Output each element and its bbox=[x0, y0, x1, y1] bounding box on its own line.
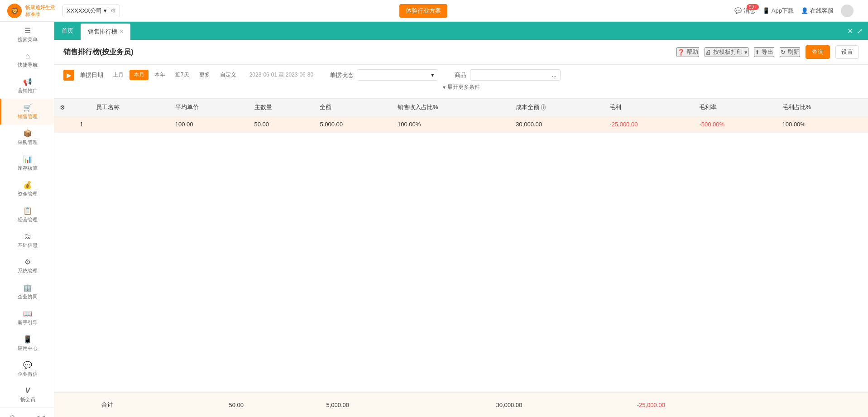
expand-icon: ▾ bbox=[443, 84, 446, 91]
chevron-down-icon: ▾ bbox=[104, 7, 107, 14]
tab-right-actions: ✕ ⤢ bbox=[847, 27, 868, 35]
table-scroll[interactable]: ⚙ 员工名称 平均单价 主数量 全额 销售收入占比% 成本全额 i 毛利 bbox=[54, 99, 868, 392]
th-sales-pct: 销售收入占比% bbox=[392, 99, 510, 116]
tab-home[interactable]: 首页 bbox=[54, 22, 81, 40]
help-button[interactable]: ❓ 帮助 bbox=[676, 47, 699, 57]
online-service-button[interactable]: 👤 在线客服 bbox=[801, 7, 834, 15]
maximize-icon[interactable]: ⤢ bbox=[857, 27, 863, 35]
filter-row: ▶ 单据日期 上月 本月 本年 近7天 更多 自定义 2023-06-01 至 … bbox=[63, 69, 859, 81]
tab-home-label: 首页 bbox=[62, 27, 73, 35]
query-button[interactable]: 查询 bbox=[806, 45, 830, 59]
export-button[interactable]: ⬆ 导出 bbox=[754, 47, 774, 57]
date-btn-custom[interactable]: 自定义 bbox=[216, 70, 240, 80]
sidebar-item-app-center[interactable]: 📱 应用中心 bbox=[0, 331, 54, 356]
message-badge: 99+ bbox=[747, 4, 759, 10]
goods-select[interactable]: ... bbox=[470, 69, 561, 81]
th-cost: 成本全额 i bbox=[510, 99, 604, 116]
row-gross-rate: -500.00% bbox=[694, 116, 777, 133]
sidebar-item-label: 营销推广 bbox=[18, 87, 38, 94]
avatar[interactable] bbox=[841, 5, 854, 17]
date-btn-this-month[interactable]: 本月 bbox=[129, 70, 149, 80]
th-gear[interactable]: ⚙ bbox=[54, 99, 72, 116]
sidebar-item-operations[interactable]: 📋 经营管理 bbox=[0, 202, 54, 228]
status-select[interactable]: ▾ bbox=[357, 69, 438, 81]
cost-info-icon[interactable]: i bbox=[541, 104, 546, 110]
sidebar-item-label: 基础信息 bbox=[18, 242, 38, 249]
collapse-icon[interactable]: ◀◀ bbox=[32, 412, 47, 417]
print-button[interactable]: 🖨 按模板打印 ▾ bbox=[705, 47, 748, 57]
guide-icon: 📖 bbox=[23, 309, 32, 318]
sidebar-item-purchase[interactable]: 📦 采购管理 bbox=[0, 125, 54, 150]
finance-icon: 💰 bbox=[23, 181, 32, 189]
app-download-button[interactable]: 📱 App下载 bbox=[762, 7, 794, 15]
date-btn-more[interactable]: 更多 bbox=[195, 70, 214, 80]
top-bar-actions: 💬 消息 99+ 📱 App下载 👤 在线客服 bbox=[734, 5, 861, 17]
sidebar-item-basic-info[interactable]: 🗂 基础信息 bbox=[0, 228, 54, 253]
sidebar-item-system[interactable]: ⚙ 系统管理 bbox=[0, 253, 54, 279]
sidebar-item-vip[interactable]: V 畅会员 bbox=[0, 382, 54, 407]
sidebar-item-wechat[interactable]: 💬 企业微信 bbox=[0, 356, 54, 382]
minimize-icon[interactable]: ✕ bbox=[847, 27, 853, 35]
enterprise-icon: 🏢 bbox=[23, 283, 32, 292]
row-avg-price: 100.00 bbox=[170, 116, 249, 133]
date-btn-7days[interactable]: 近7天 bbox=[171, 70, 193, 80]
row-cost: 30,000.00 bbox=[510, 116, 604, 133]
main-area: ☰ 搜索菜单 ⌂ 快捷导航 📢 营销推广 🛒 销售管理 📦 采购管理 📊 库 bbox=[0, 22, 868, 417]
footer-rank bbox=[78, 397, 96, 412]
filter-bar: ▶ 单据日期 上月 本月 本年 近7天 更多 自定义 2023-06-01 至 … bbox=[54, 65, 868, 99]
row-sales-pct: 100.00% bbox=[392, 116, 510, 133]
goods-filter-group: 商品 ... bbox=[455, 69, 561, 81]
tab-close-icon[interactable]: × bbox=[120, 29, 123, 35]
sidebar-item-label: 企业协同 bbox=[18, 293, 38, 300]
filter-collapse-btn[interactable]: ▶ bbox=[63, 70, 74, 81]
row-main-qty: 50.00 bbox=[249, 116, 315, 133]
page-content: 销售排行榜(按业务员) ❓ 帮助 🖨 按模板打印 ▾ ⬆ bbox=[54, 40, 868, 417]
operations-icon: 📋 bbox=[23, 206, 32, 215]
sidebar-item-enterprise[interactable]: 🏢 企业协同 bbox=[0, 279, 54, 305]
footer-table: 合计 50.00 5,000.00 30,000.00 -25,000.00 bbox=[60, 397, 863, 412]
sidebar-item-marketing[interactable]: 📢 营销推广 bbox=[0, 73, 54, 99]
message-button[interactable]: 💬 消息 99+ bbox=[734, 7, 755, 15]
sidebar-item-sales[interactable]: 🛒 销售管理 bbox=[0, 99, 54, 125]
sidebar-item-guide[interactable]: 📖 新手引导 bbox=[0, 305, 54, 331]
tab-sales-ranking[interactable]: 销售排行榜 × bbox=[81, 24, 130, 40]
status-chevron-icon: ▾ bbox=[431, 72, 434, 78]
home-icon: ⌂ bbox=[25, 52, 30, 60]
footer-gross-rate bbox=[780, 397, 821, 412]
logo-text: 畅康通好生意 标准版 bbox=[25, 4, 55, 17]
company-name: XXXXXX公司 bbox=[67, 7, 102, 15]
sidebar-item-search-orders[interactable]: ☰ 搜索菜单 bbox=[0, 22, 54, 48]
message-icon: 💬 bbox=[734, 7, 742, 14]
sidebar-item-quick-nav[interactable]: ⌂ 快捷导航 bbox=[0, 48, 54, 73]
sidebar-bottom: ⚙ ◀◀ bbox=[0, 407, 54, 417]
settings-button[interactable]: 设置 bbox=[835, 45, 859, 59]
footer-gear bbox=[60, 397, 78, 412]
sidebar-item-finance[interactable]: 💰 资金管理 bbox=[0, 176, 54, 202]
date-btn-this-year[interactable]: 本年 bbox=[150, 70, 169, 80]
search-menu-icon: ☰ bbox=[24, 26, 31, 35]
expand-more-filters[interactable]: ▾ 展开更多条件 bbox=[63, 81, 859, 94]
sales-icon: 🛒 bbox=[23, 103, 32, 112]
trial-button[interactable]: 体验行业方案 bbox=[399, 4, 447, 18]
gear-icon-company[interactable]: ⚙ bbox=[110, 7, 116, 14]
date-btn-last-month[interactable]: 上月 bbox=[109, 70, 128, 80]
footer-amount: 5,000.00 bbox=[321, 397, 449, 412]
settings-bottom-icon[interactable]: ⚙ bbox=[7, 412, 17, 417]
footer-avg-price bbox=[182, 397, 223, 412]
system-icon: ⚙ bbox=[24, 258, 31, 266]
goods-filter-label: 商品 bbox=[455, 71, 466, 79]
footer-main-qty: 50.00 bbox=[223, 397, 321, 412]
logo-icon: 🦁 bbox=[7, 4, 22, 18]
marketing-icon: 📢 bbox=[23, 77, 32, 86]
company-selector[interactable]: XXXXXX公司 ▾ ⚙ bbox=[62, 5, 120, 17]
refresh-button[interactable]: ↻ 刷新 bbox=[780, 47, 800, 57]
th-name: 员工名称 bbox=[91, 99, 170, 116]
sidebar-item-label: 库存核算 bbox=[18, 165, 38, 172]
row-rank: 1 bbox=[72, 116, 91, 133]
footer-sales-pct bbox=[449, 397, 490, 412]
th-gross-pct: 毛利占比% bbox=[777, 99, 868, 116]
page-actions: ❓ 帮助 🖨 按模板打印 ▾ ⬆ 导出 ↻ bbox=[676, 45, 859, 59]
sidebar-item-label: 畅会员 bbox=[20, 396, 35, 403]
footer-gross-pct bbox=[821, 397, 863, 412]
sidebar-item-inventory[interactable]: 📊 库存核算 bbox=[0, 150, 54, 176]
